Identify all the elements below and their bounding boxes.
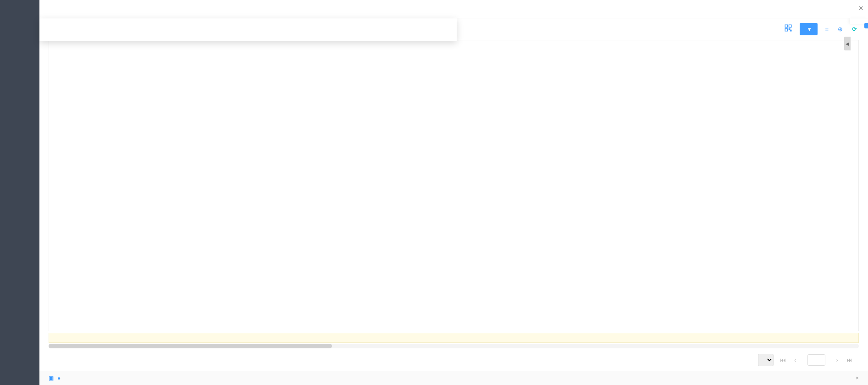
svg-rect-3 xyxy=(789,29,790,30)
refresh-icon: ⟳ xyxy=(852,26,857,33)
svg-rect-0 xyxy=(785,25,788,27)
timeline-collapse-icon[interactable]: ◀ xyxy=(844,37,851,50)
first-page-button[interactable]: ⏮ xyxy=(778,357,788,363)
tab-bar: × xyxy=(39,0,868,18)
footer-bar: ▣ ● × xyxy=(39,371,868,385)
svg-rect-4 xyxy=(791,30,791,31)
svg-rect-1 xyxy=(789,25,791,27)
horizontal-scrollbar[interactable] xyxy=(49,344,859,348)
camera-icon: ▣ xyxy=(49,375,54,381)
list-icon: ≡ xyxy=(825,26,829,33)
prev-page-button[interactable]: ‹ xyxy=(792,357,798,363)
sidebar xyxy=(0,0,39,385)
page-input[interactable] xyxy=(807,354,825,366)
table-scroll[interactable] xyxy=(49,40,859,331)
qrcode-icon[interactable] xyxy=(784,24,792,34)
footer-close-icon[interactable]: × xyxy=(856,375,859,381)
per-page-select[interactable] xyxy=(758,354,774,366)
last-page-button[interactable]: ⏭ xyxy=(845,357,854,363)
svg-rect-2 xyxy=(785,29,788,31)
refresh-button[interactable]: ⟳ xyxy=(852,26,859,33)
invoice-date-toggle[interactable] xyxy=(864,23,868,28)
content: ⏮ ‹ › ⏭ xyxy=(39,40,868,371)
invoice-check-link[interactable]: ▣ ● xyxy=(49,375,61,381)
main: × ▾ ≡ ⊕ ⟳ xyxy=(39,0,868,385)
pagination: ⏮ ‹ › ⏭ xyxy=(49,351,859,371)
totals-row xyxy=(49,333,859,343)
next-page-button[interactable]: › xyxy=(835,357,840,363)
get-invoice-button[interactable]: ▾ xyxy=(800,23,818,35)
chevron-down-icon: ▾ xyxy=(808,26,811,33)
close-all-tabs-button[interactable]: × xyxy=(858,4,863,13)
scrollbar-thumb[interactable] xyxy=(49,344,332,348)
info-icon: ● xyxy=(57,375,61,381)
batch-action-button[interactable]: ≡ xyxy=(825,26,830,33)
add-button[interactable]: ⊕ xyxy=(838,26,845,33)
plus-icon: ⊕ xyxy=(838,26,843,33)
mega-menu xyxy=(39,18,457,41)
